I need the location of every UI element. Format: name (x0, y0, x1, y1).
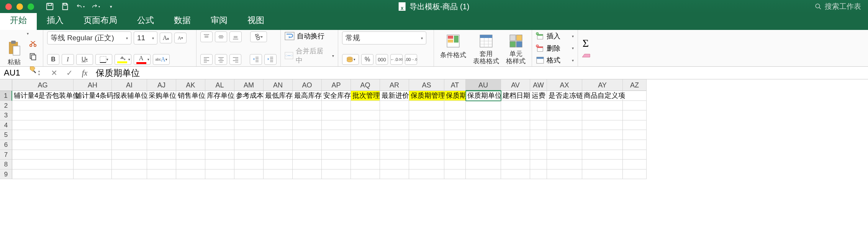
cell-AK6[interactable] (176, 140, 205, 150)
cell-AW8[interactable] (530, 160, 547, 170)
tab-公式[interactable]: 公式 (127, 11, 164, 30)
increase-decimal-button[interactable]: ←.0.00 (390, 54, 403, 65)
font-size-combo[interactable]: 11▾ (134, 31, 157, 44)
comma-button[interactable]: 000 (376, 54, 388, 65)
cell-AL9[interactable] (205, 170, 234, 179)
cell-AR7[interactable] (380, 150, 409, 160)
cell-AT6[interactable] (444, 140, 466, 150)
cell-AK2[interactable] (176, 101, 205, 111)
cell-AK8[interactable] (176, 160, 205, 170)
col-header-AQ[interactable]: AQ (351, 79, 380, 91)
decrease-decimal-button[interactable]: .00→.0 (405, 54, 417, 65)
copy-button[interactable] (27, 51, 39, 62)
align-left-button[interactable] (200, 54, 213, 65)
col-header-AV[interactable]: AV (501, 79, 530, 91)
cell-AZ7[interactable] (623, 150, 647, 160)
col-header-AZ[interactable]: AZ (623, 79, 647, 91)
cell-AY7[interactable] (582, 150, 623, 160)
cell-AQ4[interactable] (351, 120, 380, 130)
cell-AV4[interactable] (501, 120, 530, 130)
cell-AK4[interactable] (176, 120, 205, 130)
cell-AN7[interactable] (264, 150, 293, 160)
col-header-AY[interactable]: AY (582, 79, 623, 91)
cell-AT2[interactable] (444, 101, 466, 111)
cell-AX3[interactable] (547, 110, 582, 120)
cell-AH4[interactable] (74, 120, 112, 130)
increase-font-button[interactable]: A▴ (160, 33, 172, 43)
cell-AG5[interactable] (12, 130, 74, 140)
fill-color-button[interactable]: ▾ (115, 54, 131, 65)
cell-AJ7[interactable] (147, 150, 176, 160)
spreadsheet-grid[interactable]: AGAHAIAJAKALAMANAOAPAQARASATAUAVAWAXAYAZ… (0, 79, 868, 233)
cell-AG4[interactable] (12, 120, 74, 130)
cell-AW9[interactable] (530, 170, 547, 179)
formula-input[interactable]: 保质期单位 (93, 67, 868, 79)
cell-AI8[interactable] (112, 160, 147, 170)
select-all-corner[interactable] (0, 79, 12, 91)
autosum-button[interactable]: Σ (583, 37, 589, 49)
currency-button[interactable]: ▾ (342, 54, 359, 65)
cell-AO3[interactable] (293, 110, 322, 120)
cell-AZ2[interactable] (623, 101, 647, 111)
cell-AY3[interactable] (582, 110, 623, 120)
cell-AH1[interactable]: 辅计量4条码 (74, 91, 112, 101)
col-header-AT[interactable]: AT (444, 79, 466, 91)
col-header-AK[interactable]: AK (176, 79, 205, 91)
cell-AT8[interactable] (444, 160, 466, 170)
cell-AV2[interactable] (501, 101, 530, 111)
row-header-8[interactable]: 8 (0, 160, 12, 170)
conditional-format-button[interactable]: 条件格式 (438, 31, 468, 61)
cell-AH9[interactable] (74, 170, 112, 179)
cell-AW7[interactable] (530, 150, 547, 160)
cell-AM7[interactable] (234, 150, 264, 160)
cell-AR8[interactable] (380, 160, 409, 170)
cell-AU8[interactable] (466, 160, 501, 170)
cell-AW2[interactable] (530, 101, 547, 111)
tab-视图[interactable]: 视图 (237, 11, 274, 30)
cell-AH6[interactable] (74, 140, 112, 150)
cell-AU7[interactable] (466, 150, 501, 160)
name-box[interactable]: AU1 ▲▼ (0, 67, 46, 79)
cell-AJ4[interactable] (147, 120, 176, 130)
cell-AP6[interactable] (322, 140, 351, 150)
cell-AH7[interactable] (74, 150, 112, 160)
cell-AI6[interactable] (112, 140, 147, 150)
cell-AI7[interactable] (112, 150, 147, 160)
clear-button[interactable] (581, 52, 591, 59)
cell-AX9[interactable] (547, 170, 582, 179)
cell-AK9[interactable] (176, 170, 205, 179)
cell-AR6[interactable] (380, 140, 409, 150)
cell-AW6[interactable] (530, 140, 547, 150)
cell-AI2[interactable] (112, 101, 147, 111)
border-button[interactable]: ▾ (95, 54, 112, 65)
cell-AS5[interactable] (409, 130, 444, 140)
row-header-6[interactable]: 6 (0, 140, 12, 150)
cell-AN2[interactable] (264, 101, 293, 111)
cell-AH5[interactable] (74, 130, 112, 140)
wrap-text-button[interactable]: 自动换行 (285, 31, 334, 41)
cell-AT9[interactable] (444, 170, 466, 179)
cell-AL7[interactable] (205, 150, 234, 160)
tab-数据[interactable]: 数据 (164, 11, 201, 30)
cell-AO4[interactable] (293, 120, 322, 130)
cell-AY8[interactable] (582, 160, 623, 170)
cell-AL8[interactable] (205, 160, 234, 170)
bold-button[interactable]: B (47, 54, 59, 65)
cell-AL2[interactable] (205, 101, 234, 111)
cell-AU2[interactable] (466, 101, 501, 111)
qat-customize-icon[interactable]: ▾ (107, 2, 115, 11)
cell-AZ3[interactable] (623, 110, 647, 120)
cell-AV5[interactable] (501, 130, 530, 140)
namebox-up[interactable]: ▲ (38, 69, 41, 73)
cell-styles-button[interactable]: 单元 格样式 (504, 31, 528, 66)
row-header-2[interactable]: 2 (0, 101, 12, 111)
cell-AW5[interactable] (530, 130, 547, 140)
cell-AY2[interactable] (582, 101, 623, 111)
cell-AQ8[interactable] (351, 160, 380, 170)
col-header-AW[interactable]: AW (530, 79, 547, 91)
cell-AQ6[interactable] (351, 140, 380, 150)
col-header-AU[interactable]: AU (466, 79, 501, 91)
number-format-combo[interactable]: 常规▾ (342, 31, 426, 44)
row-header-3[interactable]: 3 (0, 110, 12, 120)
cell-AX1[interactable]: 是否走冻链 (547, 91, 582, 101)
